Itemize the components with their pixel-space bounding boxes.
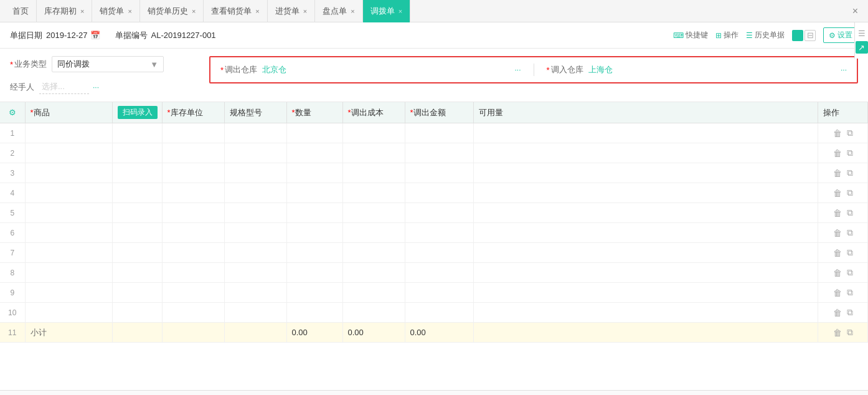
row-product-cell[interactable] bbox=[25, 303, 112, 323]
row-delete-icon[interactable]: 🗑 bbox=[833, 128, 842, 138]
row-unit-cell[interactable] bbox=[162, 183, 224, 203]
row-copy-icon[interactable]: ⧉ bbox=[847, 287, 853, 298]
shortcuts-button[interactable]: ⌨ 快捷键 bbox=[673, 30, 708, 40]
row-spec-cell[interactable] bbox=[224, 223, 286, 243]
row-cost-cell[interactable] bbox=[342, 263, 405, 283]
row-copy-icon[interactable]: ⧉ bbox=[847, 168, 853, 178]
row-spec-cell[interactable] bbox=[224, 163, 286, 183]
tab-home[interactable]: 首页 bbox=[5, 0, 37, 22]
row-copy-icon[interactable]: ⧉ bbox=[847, 207, 853, 218]
row-cost-cell[interactable] bbox=[342, 243, 405, 263]
row-product-cell[interactable] bbox=[25, 163, 112, 183]
row-product-cell[interactable] bbox=[25, 183, 112, 203]
row-qty-cell[interactable] bbox=[286, 163, 342, 183]
operator-more-btn[interactable]: ··· bbox=[93, 83, 99, 92]
row-qty-cell[interactable] bbox=[286, 263, 342, 283]
history-button[interactable]: ☰ 历史单据 bbox=[746, 30, 785, 40]
row-product-cell[interactable] bbox=[25, 283, 112, 303]
tab-inventory-init[interactable]: 库存期初 × bbox=[37, 0, 92, 22]
in-warehouse-more-btn[interactable]: ··· bbox=[841, 65, 847, 74]
scan-entry-button[interactable]: 扫码录入 bbox=[118, 106, 158, 119]
tab-close-purchase-order[interactable]: × bbox=[303, 7, 307, 15]
row-qty-cell[interactable] bbox=[286, 303, 342, 323]
out-warehouse-more-btn[interactable]: ··· bbox=[514, 65, 521, 74]
sidebar-expand-icon[interactable]: ↗ bbox=[856, 41, 868, 54]
biz-type-select[interactable]: 同价调拨 ▼ bbox=[52, 56, 164, 72]
row-delete-icon[interactable]: 🗑 bbox=[833, 168, 842, 178]
row-copy-icon[interactable]: ⧉ bbox=[847, 188, 853, 198]
row-copy-icon[interactable]: ⧉ bbox=[847, 267, 853, 278]
row-cost-cell[interactable] bbox=[342, 203, 405, 223]
row-qty-cell[interactable] bbox=[286, 283, 342, 303]
row-amount-cell[interactable] bbox=[405, 143, 473, 163]
row-amount-cell[interactable] bbox=[405, 163, 473, 183]
row-product-cell[interactable] bbox=[25, 123, 112, 143]
row-copy-icon[interactable]: ⧉ bbox=[847, 227, 853, 238]
tab-view-sales[interactable]: 查看销货单 × bbox=[204, 0, 267, 22]
row-spec-cell[interactable] bbox=[224, 203, 286, 223]
tab-inventory-check[interactable]: 盘点单 × bbox=[315, 0, 362, 22]
row-unit-cell[interactable] bbox=[162, 123, 224, 143]
row-product-cell[interactable] bbox=[25, 223, 112, 243]
sidebar-list-icon[interactable]: ☰ bbox=[856, 27, 867, 39]
row-cost-cell[interactable] bbox=[342, 143, 405, 163]
th-gear[interactable]: ⚙ bbox=[0, 102, 25, 123]
row-spec-cell[interactable] bbox=[224, 243, 286, 263]
tab-close-transfer-order[interactable]: × bbox=[399, 7, 402, 15]
row-product-cell[interactable] bbox=[25, 203, 112, 223]
row-amount-cell[interactable] bbox=[405, 123, 473, 143]
row-product-cell[interactable] bbox=[25, 143, 112, 163]
row-qty-cell[interactable] bbox=[286, 183, 342, 203]
row-unit-cell[interactable] bbox=[162, 243, 224, 263]
row-copy-icon[interactable]: ⧉ bbox=[847, 307, 853, 318]
row-copy-icon[interactable]: ⧉ bbox=[847, 247, 853, 258]
row-unit-cell[interactable] bbox=[162, 203, 224, 223]
row-product-cell[interactable] bbox=[25, 243, 112, 263]
row-delete-icon[interactable]: 🗑 bbox=[833, 188, 842, 198]
row-unit-cell[interactable] bbox=[162, 163, 224, 183]
row-unit-cell[interactable] bbox=[162, 143, 224, 163]
row-qty-cell[interactable] bbox=[286, 243, 342, 263]
calendar-icon[interactable]: 📅 bbox=[90, 31, 100, 40]
row-cost-cell[interactable] bbox=[342, 163, 405, 183]
row-copy-icon[interactable]: ⧉ bbox=[847, 128, 853, 138]
row-qty-cell[interactable] bbox=[286, 123, 342, 143]
scrollbar-area[interactable] bbox=[0, 390, 868, 395]
tab-sales-history[interactable]: 销货单历史 × bbox=[140, 0, 204, 22]
row-spec-cell[interactable] bbox=[224, 303, 286, 323]
row-delete-icon[interactable]: 🗑 bbox=[833, 228, 842, 238]
out-warehouse-value[interactable]: 北京仓 bbox=[262, 64, 286, 75]
row-cost-cell[interactable] bbox=[342, 303, 405, 323]
row-amount-cell[interactable] bbox=[405, 263, 473, 283]
row-unit-cell[interactable] bbox=[162, 283, 224, 303]
tab-purchase-order[interactable]: 进货单 × bbox=[268, 0, 315, 22]
row-amount-cell[interactable] bbox=[405, 223, 473, 243]
row-unit-cell[interactable] bbox=[162, 263, 224, 283]
operator-input[interactable]: 选择... bbox=[39, 80, 89, 94]
row-qty-cell[interactable] bbox=[286, 203, 342, 223]
tab-close-inventory-check[interactable]: × bbox=[351, 7, 354, 15]
row-cost-cell[interactable] bbox=[342, 183, 405, 203]
tab-close-inventory-init[interactable]: × bbox=[80, 7, 84, 15]
tab-close-sales-order[interactable]: × bbox=[128, 7, 131, 15]
row-spec-cell[interactable] bbox=[224, 263, 286, 283]
row-spec-cell[interactable] bbox=[224, 283, 286, 303]
row-delete-icon[interactable]: 🗑 bbox=[833, 208, 842, 218]
row-amount-cell[interactable] bbox=[405, 203, 473, 223]
row-copy-icon[interactable]: ⧉ bbox=[847, 148, 853, 158]
row-amount-cell[interactable] bbox=[405, 183, 473, 203]
settings-button[interactable]: ⚙ 设置 bbox=[823, 27, 858, 43]
row-unit-cell[interactable] bbox=[162, 223, 224, 243]
row-spec-cell[interactable] bbox=[224, 183, 286, 203]
row-unit-cell[interactable] bbox=[162, 303, 224, 323]
subtotal-copy-icon[interactable]: ⧉ bbox=[847, 327, 853, 338]
row-qty-cell[interactable] bbox=[286, 223, 342, 243]
tab-close-view-sales[interactable]: × bbox=[255, 7, 259, 15]
tab-sales-order[interactable]: 销货单 × bbox=[92, 0, 139, 22]
tab-transfer-order[interactable]: 调拨单 × bbox=[363, 0, 410, 22]
row-cost-cell[interactable] bbox=[342, 123, 405, 143]
row-qty-cell[interactable] bbox=[286, 143, 342, 163]
date-value[interactable]: 2019-12-27 bbox=[46, 31, 88, 40]
row-amount-cell[interactable] bbox=[405, 243, 473, 263]
row-delete-icon[interactable]: 🗑 bbox=[833, 248, 842, 258]
